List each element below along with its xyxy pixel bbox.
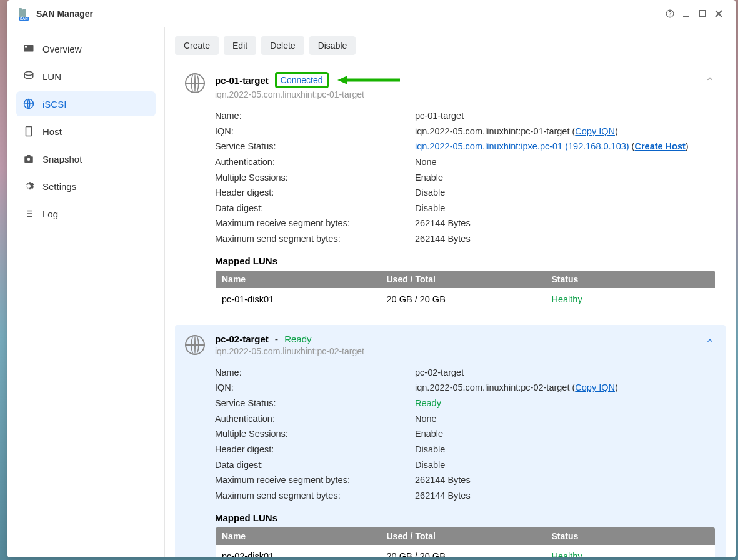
camera-icon xyxy=(22,152,35,165)
edit-button[interactable]: Edit xyxy=(224,36,256,55)
toolbar: Create Edit Delete Disable xyxy=(175,36,726,63)
row-value: pc-01-target xyxy=(415,108,716,124)
target-card-pc-02[interactable]: pc-02-target - Ready iqn.2022-05.com.lin… xyxy=(175,325,726,558)
row-value: Ready xyxy=(415,398,441,408)
sidebar-item-log[interactable]: Log xyxy=(16,201,156,226)
row-value: Disable xyxy=(415,442,716,458)
gear-icon xyxy=(22,180,35,192)
svg-rect-7 xyxy=(25,46,27,48)
copy-iqn-link[interactable]: Copy IQN xyxy=(575,126,615,136)
create-button[interactable]: Create xyxy=(175,36,219,55)
row-label: Name: xyxy=(215,108,415,124)
row-label: Maximum send segment bytes: xyxy=(215,231,415,247)
app-icon: SAN xyxy=(17,8,30,19)
sidebar-item-iscsi[interactable]: iSCSI xyxy=(16,91,156,116)
cell-name: pc-01-disk01 xyxy=(216,288,381,311)
row-value: None xyxy=(415,411,716,427)
app-title: SAN Manager xyxy=(36,9,93,19)
main-content: Create Edit Delete Disable pc-01-target … xyxy=(165,28,736,558)
table-row[interactable]: pc-01-disk01 20 GB / 20 GB Healthy xyxy=(216,288,716,311)
cell-status: Healthy xyxy=(546,288,716,311)
row-label: Maximum receive segment bytes: xyxy=(215,216,415,231)
copy-iqn-link[interactable]: Copy IQN xyxy=(575,382,615,392)
row-value: Disable xyxy=(415,201,716,216)
cell-status: Healthy xyxy=(546,545,716,558)
row-value: 262144 Bytes xyxy=(415,216,716,231)
sidebar-item-overview[interactable]: Overview xyxy=(16,36,156,61)
disable-button[interactable]: Disable xyxy=(309,36,356,55)
row-label: IQN: xyxy=(215,124,415,139)
table-row[interactable]: pc-02-disk01 20 GB / 20 GB Healthy xyxy=(216,545,716,558)
create-host-link[interactable]: Create Host xyxy=(634,141,685,151)
cell-used-total: 20 GB / 20 GB xyxy=(381,545,546,558)
svg-marker-19 xyxy=(337,76,347,84)
row-value: None xyxy=(415,154,716,170)
device-icon xyxy=(22,125,35,138)
mapped-luns-table: Name Used / Total Status pc-01-disk01 20… xyxy=(215,270,716,311)
row-value-iqn: iqn.2022-05.com.linuxhint:pc-02-target (… xyxy=(415,380,716,396)
target-iqn-subtitle: iqn.2022-05.com.linuxhint:pc-01-target xyxy=(215,89,716,99)
collapse-toggle[interactable] xyxy=(706,74,714,86)
col-used-total: Used / Total xyxy=(381,527,546,545)
row-value: Enable xyxy=(415,170,716,186)
svg-point-8 xyxy=(24,72,33,76)
row-label: Multiple Sessions: xyxy=(215,170,415,186)
dashboard-icon xyxy=(22,42,35,55)
row-label: Authentication: xyxy=(215,154,415,170)
delete-button[interactable]: Delete xyxy=(261,36,304,55)
svg-rect-10 xyxy=(26,127,32,136)
sidebar-item-label: Log xyxy=(42,209,58,219)
row-label: IQN: xyxy=(215,380,415,396)
row-value: 262144 Bytes xyxy=(415,488,716,504)
col-name: Name xyxy=(216,270,381,288)
minimize-button[interactable] xyxy=(679,7,693,21)
disk-icon xyxy=(22,70,35,82)
target-iqn-subtitle: iqn.2022-05.com.linuxhint:pc-02-target xyxy=(215,346,716,356)
app-window: SAN SAN Manager Overview LUN iSCSI Ho xyxy=(7,0,736,558)
titlebar: SAN SAN Manager xyxy=(7,0,736,28)
col-status: Status xyxy=(546,527,716,545)
row-label: Service Status: xyxy=(215,139,415,154)
row-value: 262144 Bytes xyxy=(415,472,716,488)
row-value: Enable xyxy=(415,426,716,442)
col-used-total: Used / Total xyxy=(381,270,546,288)
svg-point-11 xyxy=(27,158,31,161)
svg-rect-3 xyxy=(699,11,706,17)
row-label: Header digest: xyxy=(215,185,415,201)
row-label: Header digest: xyxy=(215,442,415,458)
row-label: Name: xyxy=(215,365,415,381)
globe-icon xyxy=(185,335,205,355)
row-value: Disable xyxy=(415,458,716,473)
globe-icon xyxy=(185,73,205,93)
target-name: pc-02-target xyxy=(215,334,269,344)
row-label: Maximum send segment bytes: xyxy=(215,488,415,504)
sidebar-item-label: LUN xyxy=(42,71,61,82)
sidebar-item-label: Overview xyxy=(42,44,82,54)
row-value: Disable xyxy=(415,185,716,201)
sidebar-item-label: Snapshot xyxy=(42,154,82,164)
col-name: Name xyxy=(216,527,381,545)
mapped-luns-heading: Mapped LUNs xyxy=(215,256,716,266)
status-text-ready: Ready xyxy=(284,334,311,344)
sidebar-item-host[interactable]: Host xyxy=(16,119,156,144)
sidebar-item-snapshot[interactable]: Snapshot xyxy=(16,146,156,171)
globe-icon xyxy=(22,98,35,110)
row-label: Data digest: xyxy=(215,201,415,216)
status-badge-connected: Connected xyxy=(275,72,329,88)
maximize-button[interactable] xyxy=(696,7,709,21)
close-button[interactable] xyxy=(712,7,726,21)
cell-used-total: 20 GB / 20 GB xyxy=(381,288,546,311)
col-status: Status xyxy=(546,270,716,288)
row-label: Authentication: xyxy=(215,411,415,427)
collapse-toggle[interactable] xyxy=(706,336,714,348)
row-value: pc-02-target xyxy=(415,365,716,381)
sidebar-item-settings[interactable]: Settings xyxy=(16,174,156,199)
target-card-pc-01[interactable]: pc-01-target Connected iqn.2022-05.com.l… xyxy=(175,63,726,320)
list-icon xyxy=(22,208,35,220)
sidebar-item-lun[interactable]: LUN xyxy=(16,64,156,89)
sidebar-item-label: Settings xyxy=(42,181,76,192)
row-label: Multiple Sessions: xyxy=(215,426,415,442)
help-button[interactable] xyxy=(663,7,677,21)
sidebar: Overview LUN iSCSI Host Snapshot Setting… xyxy=(7,28,165,558)
row-value-iqn: iqn.2022-05.com.linuxhint:pc-01-target (… xyxy=(415,124,716,139)
